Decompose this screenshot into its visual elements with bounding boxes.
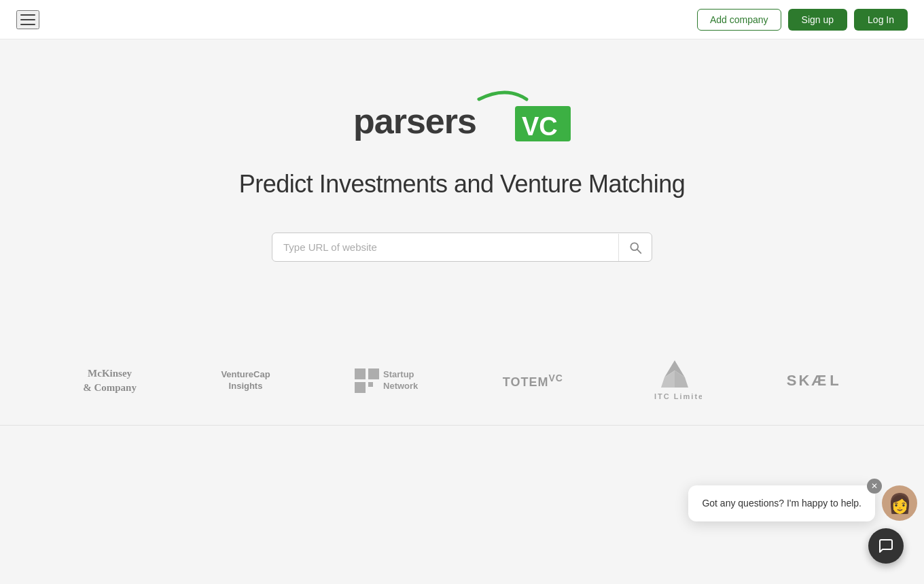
hero-tagline: Predict Investments and Venture Matching	[239, 170, 685, 199]
add-company-button[interactable]: Add company	[697, 9, 781, 31]
svg-rect-6	[368, 368, 379, 379]
startup-network-logo: StartupNetwork	[355, 368, 418, 393]
avatar-emoji: 👩	[888, 492, 912, 515]
mckinsey-text: McKinsey& Company	[83, 366, 137, 395]
venturecap-text: VentureCapInsights	[221, 369, 270, 392]
header-actions: Add company Sign up Log In	[697, 9, 908, 31]
chat-toggle-button[interactable]	[868, 528, 904, 564]
search-icon	[628, 241, 642, 254]
svg-text:parsers: parsers	[353, 101, 476, 141]
hamburger-menu-button[interactable]	[16, 10, 39, 29]
startup-network-text: StartupNetwork	[383, 369, 418, 392]
itc-icon: ITC Limited	[647, 357, 702, 405]
chat-toggle-icon	[878, 538, 894, 554]
brand-logo: parsers VC	[346, 87, 578, 151]
startup-network-icon	[355, 368, 379, 393]
mckinsey-logo: McKinsey& Company	[83, 366, 137, 395]
chat-close-button[interactable]: ✕	[867, 479, 882, 494]
search-input[interactable]	[272, 233, 618, 261]
hamburger-line-1	[20, 14, 35, 16]
totem-vc-text: TOTEMVC	[503, 373, 563, 390]
partner-logos-bar: McKinsey& Company VentureCapInsights Sta…	[0, 343, 924, 426]
svg-text:ITC Limited: ITC Limited	[654, 392, 702, 400]
hamburger-line-3	[20, 24, 35, 25]
chat-message-bubble: ✕ Got any questions? I'm happy to help.	[688, 485, 875, 521]
chat-widget: ✕ Got any questions? I'm happy to help. …	[688, 485, 904, 564]
svg-rect-7	[355, 382, 366, 393]
totem-vc-logo: TOTEMVC	[503, 373, 563, 390]
hamburger-line-2	[20, 19, 35, 20]
skael-text: SKÆL	[787, 372, 841, 390]
parsers-vc-logo: parsers VC	[346, 87, 578, 148]
venturecap-logo: VentureCapInsights	[221, 369, 270, 392]
svg-text:VC: VC	[522, 112, 558, 141]
svg-rect-8	[368, 382, 373, 387]
search-bar	[272, 233, 652, 262]
skael-logo: SKÆL	[787, 372, 841, 390]
itc-logo: ITC Limited	[647, 357, 702, 405]
chat-bubble-container: ✕ Got any questions? I'm happy to help. …	[688, 485, 904, 521]
search-button[interactable]	[618, 234, 652, 261]
chat-message-text: Got any questions? I'm happy to help.	[702, 498, 861, 509]
svg-rect-5	[355, 368, 366, 379]
signup-button[interactable]: Sign up	[788, 9, 847, 31]
svg-line-4	[637, 249, 641, 252]
header: Add company Sign up Log In	[0, 0, 924, 39]
login-button[interactable]: Log In	[854, 9, 908, 31]
startup-network-container: StartupNetwork	[355, 368, 418, 393]
chat-avatar: 👩	[882, 485, 917, 521]
hero-section: parsers VC Predict Investments and Ventu…	[0, 39, 924, 343]
